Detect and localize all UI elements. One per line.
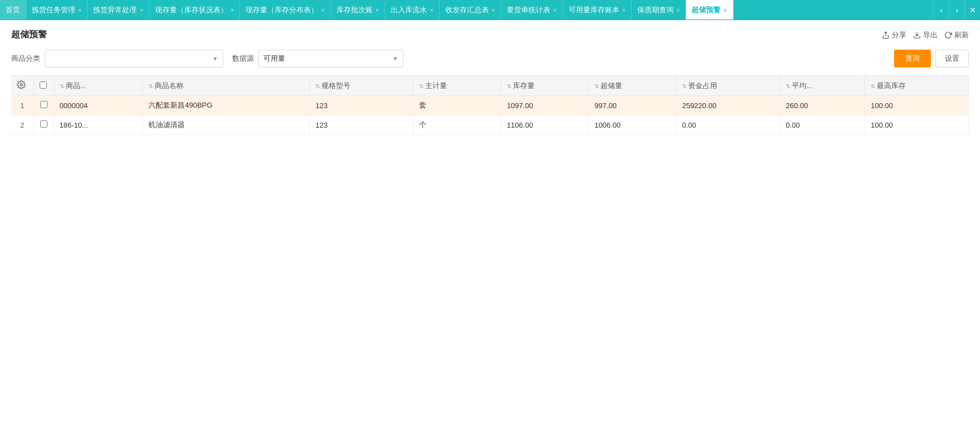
- table-header-row: ⇅商品... ⇅商品名称 ⇅规格型号 ⇅主计量 ⇅库存量 ⇅超储量: [11, 76, 969, 96]
- row-checkbox-cell[interactable]: [33, 96, 54, 115]
- datasource-label: 数据源: [232, 54, 254, 64]
- col-product-name: ⇅商品名称: [143, 76, 310, 96]
- export-icon: [913, 31, 921, 39]
- row-checkbox[interactable]: [40, 120, 47, 128]
- nav-arrow-close[interactable]: ✕: [964, 0, 980, 20]
- svg-point-2: [20, 84, 22, 86]
- datasource-filter: 数据源 可用量 ▼: [232, 50, 403, 67]
- cell-capital: 0.00: [676, 115, 780, 135]
- nav-item-summary[interactable]: 收发存汇总表 ×: [440, 0, 501, 20]
- close-icon[interactable]: ×: [230, 7, 234, 13]
- datasource-select[interactable]: 可用量 ▼: [258, 50, 403, 67]
- header-actions: 分享 导出 刷新: [882, 30, 969, 40]
- nav-arrows: ‹ › ✕: [933, 0, 980, 20]
- close-icon[interactable]: ×: [376, 7, 379, 13]
- sort-icon[interactable]: ⇅: [507, 83, 511, 89]
- sort-icon[interactable]: ⇅: [682, 83, 686, 89]
- cell-unit: 个: [414, 115, 501, 135]
- cell-stock: 1097.00: [501, 96, 589, 115]
- cell-spec: 123: [310, 96, 414, 115]
- close-icon[interactable]: ×: [622, 7, 626, 13]
- refresh-icon: [944, 31, 952, 39]
- col-overstock: ⇅超储量: [589, 76, 676, 96]
- cell-spec: 123: [310, 115, 414, 135]
- filter-buttons: 查询 设置: [894, 50, 969, 67]
- row-checkbox[interactable]: [40, 101, 47, 108]
- category-label: 商品分类: [11, 54, 40, 64]
- nav-arrow-right[interactable]: ›: [949, 0, 964, 20]
- col-capital: ⇅资金占用: [676, 76, 780, 96]
- sort-icon[interactable]: ⇅: [419, 83, 424, 89]
- sort-icon[interactable]: ⇅: [315, 83, 320, 89]
- nav-item-inout[interactable]: 出入库流水 ×: [385, 0, 439, 20]
- col-product-code: ⇅商品...: [54, 76, 143, 96]
- sort-icon[interactable]: ⇅: [60, 83, 64, 89]
- close-icon[interactable]: ×: [492, 7, 495, 13]
- nav-item-available[interactable]: 可用量库存账本 ×: [563, 0, 632, 20]
- col-spec: ⇅规格型号: [310, 76, 414, 96]
- close-icon[interactable]: ×: [78, 7, 81, 13]
- nav-arrow-left[interactable]: ‹: [933, 0, 949, 20]
- settings-button[interactable]: 设置: [935, 50, 969, 67]
- page-title: 超储预警: [11, 29, 47, 41]
- nav-item-expiry[interactable]: 保质期查询 ×: [632, 0, 686, 20]
- page-header: 超储预警 分享 导出: [11, 29, 969, 41]
- share-button[interactable]: 分享: [882, 30, 906, 40]
- close-icon[interactable]: ×: [676, 7, 680, 13]
- top-nav: 首页 拣货任务管理 × 拣货异常处理 × 现存量（库存状况表） × 现存量（库存…: [0, 0, 980, 20]
- filter-bar: 商品分类 ▼ 数据源 可用量 ▼ 查询 设置: [11, 50, 969, 67]
- cell-avg: 0.00: [780, 115, 864, 135]
- cell-max-stock: 100.00: [865, 96, 969, 115]
- close-icon[interactable]: ×: [553, 7, 556, 13]
- category-select[interactable]: ▼: [45, 50, 223, 67]
- nav-item-batch[interactable]: 库存批次账 ×: [331, 0, 385, 20]
- col-avg: ⇅平均...: [780, 76, 864, 96]
- cell-overstock: 997.00: [589, 96, 676, 115]
- row-number: 2: [11, 115, 33, 135]
- cell-product-code: 0000004: [54, 96, 143, 115]
- close-icon[interactable]: ×: [140, 7, 143, 13]
- nav-item-order-stats[interactable]: 要货单统计表 ×: [501, 0, 563, 20]
- nav-item-exception[interactable]: 拣货异常处理 ×: [88, 0, 149, 20]
- table-row: 1 0000004 六配套新昌490BPG 123 套 1097.00 997.…: [11, 96, 969, 115]
- data-table: ⇅商品... ⇅商品名称 ⇅规格型号 ⇅主计量 ⇅库存量 ⇅超储量: [11, 75, 969, 135]
- nav-item-overstock[interactable]: 超储预警 ×: [686, 0, 733, 20]
- nav-item-stock-dist[interactable]: 现存量（库存分布表） ×: [240, 0, 330, 20]
- cell-product-name: 机油滤清器: [143, 115, 310, 135]
- select-all-checkbox[interactable]: [40, 81, 47, 89]
- table-row: 2 186-10... 机油滤清器 123 个 1106.00 1006.00 …: [11, 115, 969, 135]
- category-filter: 商品分类 ▼: [11, 50, 223, 67]
- nav-item-task[interactable]: 拣货任务管理 ×: [26, 0, 88, 20]
- row-number: 1: [11, 96, 33, 115]
- query-button[interactable]: 查询: [894, 50, 931, 67]
- cell-product-name: 六配套新昌490BPG: [143, 96, 310, 115]
- nav-item-home[interactable]: 首页: [0, 0, 26, 20]
- page-container: 超储预警 分享 导出: [0, 20, 980, 144]
- col-checkbox-header[interactable]: [33, 76, 54, 96]
- export-button[interactable]: 导出: [913, 30, 938, 40]
- sort-icon[interactable]: ⇅: [871, 83, 875, 89]
- cell-max-stock: 100.00: [865, 115, 969, 135]
- cell-capital: 259220.00: [676, 96, 780, 115]
- col-unit: ⇅主计量: [414, 76, 501, 96]
- close-icon[interactable]: ×: [430, 7, 433, 13]
- chevron-down-icon: ▼: [212, 55, 218, 62]
- col-max-stock: ⇅最高库存: [865, 76, 969, 96]
- cell-stock: 1106.00: [501, 115, 589, 135]
- sort-icon[interactable]: ⇅: [148, 83, 153, 89]
- cell-avg: 260.00: [780, 96, 864, 115]
- sort-icon[interactable]: ⇅: [786, 83, 790, 89]
- col-stock: ⇅库存量: [501, 76, 589, 96]
- settings-icon[interactable]: [17, 80, 26, 89]
- sort-icon[interactable]: ⇅: [594, 83, 599, 89]
- chevron-down-icon: ▼: [392, 55, 398, 62]
- table-body: 1 0000004 六配套新昌490BPG 123 套 1097.00 997.…: [11, 96, 969, 135]
- col-settings: [11, 76, 33, 96]
- refresh-button[interactable]: 刷新: [944, 30, 969, 40]
- close-icon[interactable]: ×: [321, 7, 324, 13]
- share-icon: [882, 31, 890, 39]
- nav-item-stock-status[interactable]: 现存量（库存状况表） ×: [150, 0, 240, 20]
- row-checkbox-cell[interactable]: [33, 115, 54, 135]
- close-icon[interactable]: ×: [723, 7, 727, 13]
- cell-unit: 套: [414, 96, 501, 115]
